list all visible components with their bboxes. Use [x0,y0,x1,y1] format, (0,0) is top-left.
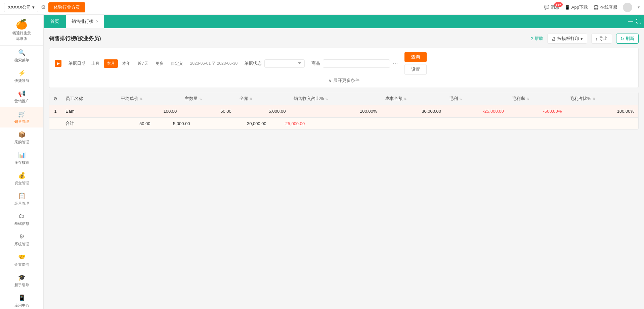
enterprise-icon: 🤝 [18,253,26,261]
refresh-button[interactable]: ↻ 刷新 [616,34,639,44]
notification-badge: 99+ [554,2,563,7]
online-support-button[interactable]: 🎧 在线客服 [593,4,617,10]
date-filter-label: 单据日期 [68,60,86,66]
tab-sales-ranking[interactable]: 销售排行榜 × [66,15,104,28]
status-filter: 单据状态 [244,59,305,68]
help-link[interactable]: ? 帮助 [530,36,543,42]
expand-down-icon: ∨ [329,78,332,83]
avatar[interactable] [623,3,632,12]
date-tab-近7天[interactable]: 近7天 [135,59,151,68]
status-filter-label: 单据状态 [244,60,262,66]
bell-icon: 💬 [544,5,549,10]
sidebar-item-search-menu[interactable]: 🔍 搜索菜单 [0,46,43,66]
filter-top-row: ▶ 单据日期 上月本月本年近7天更多自定义 2023-06-01 至 2023-… [55,52,633,75]
sort-icon: ⇅ [404,97,406,101]
content-area: 首页 销售排行榜 × — ⛶ 销售排行榜(按业务员) ? 帮助 [44,15,644,309]
sidebar-item-app-center[interactable]: 📱 应用中心 [0,291,43,309]
company-selector[interactable]: XXXXX公司 ▾ [4,3,38,12]
column-settings-icon[interactable]: ⚙ [53,96,57,101]
sort-icon: ⇅ [325,97,328,101]
page-content: 销售排行榜(按业务员) ? 帮助 🖨 按模板打印 ▾ ↑ [44,28,644,309]
app-download-button[interactable]: 📱 App下载 [565,4,588,10]
app-center-label: 应用中心 [14,303,29,308]
tab-bar-actions: — ⛶ [628,18,644,24]
sidebar-item-marketing[interactable]: 📢 营销推广 [0,87,43,107]
marketing-icon: 📢 [18,90,26,97]
export-icon: ↑ [596,36,598,41]
filter-section: ▶ 单据日期 上月本月本年近7天更多自定义 2023-06-01 至 2023-… [49,48,639,88]
cell-rank: 1 [49,105,61,117]
sidebar-item-purchase[interactable]: 📦 采购管理 [0,127,43,148]
th-amount: 全额⇅ [235,92,290,105]
total-row: 合计 50.00 5,000.00 30,000.00 -25,000.00 [49,118,638,129]
goods-input[interactable] [323,59,390,68]
date-tab-上月[interactable]: 上月 [88,59,102,68]
date-tab-本年[interactable]: 本年 [119,59,133,68]
sort-icon: ⇅ [593,97,595,101]
setting-button[interactable]: 设置 [404,64,427,75]
th-gross_pct: 毛利占比%⇅ [566,92,638,105]
total-gross-rate [317,118,354,129]
basic-info-icon: 🗂 [19,213,25,220]
query-button[interactable]: 查询 [404,52,427,62]
cell-sales-pct: 100.00% [290,105,381,117]
expand-more-button[interactable]: ∨ 展开更多条件 [55,78,633,84]
cell-gross: -25,000.00 [445,105,508,117]
sidebar-item-operation[interactable]: 📋 经营管理 [0,189,43,209]
sidebar-item-enterprise[interactable]: 🤝 企业协同 [0,250,43,270]
sales-icon: 🛒 [18,110,26,118]
tab-maximize-button[interactable]: ⛶ [636,18,641,24]
top-bar-right: 💬 消息 99+ 📱 App下载 🎧 在线客服 ▾ [544,3,640,12]
date-tab-自定义[interactable]: 自定义 [168,59,186,68]
table-header: ⚙员工名称平均单价⇅主数量⇅全额⇅销售收入占比%⇅成本全额⇅毛利⇅毛利率⇅毛利占… [49,92,638,105]
operation-icon: 📋 [18,192,26,200]
chevron-down-icon: ▾ [32,5,35,10]
sidebar-item-guide[interactable]: 🎓 新手引导 [0,270,43,291]
filter-expand-arrow[interactable]: ▶ [55,60,61,67]
print-chevron-icon: ▾ [581,36,583,41]
date-tab-更多[interactable]: 更多 [153,59,167,68]
date-range-text: 2023-06-01 至 2023-06-30 [190,61,238,66]
total-avg-price [102,118,135,129]
sidebar-item-sales[interactable]: 🛒 销售管理 [0,107,43,127]
sidebar-item-system[interactable]: ⚙ 系统管理 [0,229,43,250]
settings-icon[interactable]: ⚙ [41,4,46,10]
main-layout: 🍊 畅通好生意 标准版 🔍 搜索菜单 ⚡ 快捷导航 📢 营销推广 🛒 销售管理 … [0,15,644,309]
cell-cost: 30,000.00 [381,105,445,117]
notification-button[interactable]: 💬 消息 99+ [544,4,559,10]
purchase-icon: 📦 [18,131,26,138]
tab-home[interactable]: 首页 [44,15,66,28]
sales-label: 销售管理 [14,119,29,124]
tab-bar: 首页 销售排行榜 × — ⛶ [44,15,644,28]
th-sales_pct: 销售收入占比%⇅ [290,92,381,105]
more-dots[interactable]: ··· [393,60,398,67]
th-gross_rate: 毛利率⇅ [508,92,566,105]
sidebar-item-finance[interactable]: 💰 资金管理 [0,168,43,189]
cell-amount: 5,000.00 [235,105,290,117]
cell-avg-price: 100.00 [117,105,181,117]
trial-button[interactable]: 体验行业方案 [48,2,85,12]
inventory-label: 库存核算 [14,160,29,165]
sidebar-item-quick-nav[interactable]: ⚡ 快捷导航 [0,66,43,87]
print-button[interactable]: 🖨 按模板打印 ▾ [547,34,587,44]
table-row: 1Eam100.0050.005,000.00100.00%30,000.00-… [49,105,638,117]
date-tab-本月[interactable]: 本月 [104,59,118,68]
purchase-label: 采购管理 [14,140,29,145]
sidebar-item-basic-info[interactable]: 🗂 基础信息 [0,209,43,229]
export-button[interactable]: ↑ 导出 [591,34,612,44]
top-bar: XXXXX公司 ▾ ⚙ 体验行业方案 💬 消息 99+ 📱 App下载 🎧 在线… [0,0,644,15]
logo-icon: 🍊 [16,19,28,30]
sidebar-logo: 🍊 畅通好生意 标准版 [0,15,43,46]
table-body: 1Eam100.0050.005,000.00100.00%30,000.00-… [49,105,638,117]
sidebar-item-inventory[interactable]: 📊 库存核算 [0,148,43,168]
guide-icon: 🎓 [18,274,26,281]
top-bar-left: XXXXX公司 ▾ ⚙ 体验行业方案 [4,2,85,12]
total-empty-1 [49,118,61,129]
system-label: 系统管理 [14,242,29,247]
tab-minimize-button[interactable]: — [628,18,633,24]
tab-close-icon[interactable]: × [96,19,98,24]
status-select[interactable] [264,59,305,68]
th-cost: 成本全额⇅ [381,92,445,105]
help-icon: ? [530,36,533,41]
inventory-icon: 📊 [18,151,26,159]
